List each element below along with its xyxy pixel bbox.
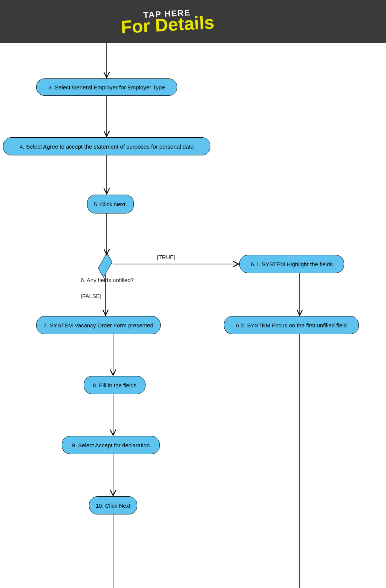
node-step-9-label: 9. Select Accept for declaration <box>72 442 150 448</box>
node-step-8-label: 8. Fill in the fields <box>93 382 136 388</box>
node-step-7: 7. SYSTEM Vacancy Order Form presented <box>36 316 161 334</box>
node-step-5: 5. Click Next. <box>87 195 134 213</box>
node-step-4-label: 4. Select Agree to accept the statement … <box>20 143 193 150</box>
label-decision: 6. Any fields unfilled? <box>81 277 134 283</box>
label-true: [TRUE] <box>157 254 175 260</box>
node-step-10-label: 10. Click Next <box>96 502 131 509</box>
node-step-9: 9. Select Accept for declaration <box>62 436 160 454</box>
node-step-6-2: 6.2. SYSTEM Focus on the first unfilled … <box>224 316 359 334</box>
promo-banner-line2: For Details <box>120 14 214 37</box>
node-step-6-1-label: 6.1. SYSTEM Highlight the fields <box>251 261 333 267</box>
promo-banner[interactable]: TAP HERE For Details <box>0 0 386 43</box>
node-step-10: 10. Click Next <box>89 496 137 514</box>
node-step-4: 4. Select Agree to accept the statement … <box>3 137 210 155</box>
node-step-8: 8. Fill in the fields <box>84 376 146 394</box>
node-step-6-2-label: 6.2. SYSTEM Focus on the first unfilled … <box>236 322 346 329</box>
node-step-3: 3. Select General Employer for Employer … <box>36 78 177 96</box>
decision-any-fields-unfilled <box>98 253 112 278</box>
node-step-3-label: 3. Select General Employer for Employer … <box>48 84 165 91</box>
node-step-6-1: 6.1. SYSTEM Highlight the fields <box>239 255 344 273</box>
node-step-5-label: 5. Click Next. <box>94 201 127 207</box>
label-false: [FALSE] <box>81 293 101 299</box>
node-step-7-label: 7. SYSTEM Vacancy Order Form presented <box>43 322 153 329</box>
promo-banner-text: TAP HERE For Details <box>120 8 214 37</box>
